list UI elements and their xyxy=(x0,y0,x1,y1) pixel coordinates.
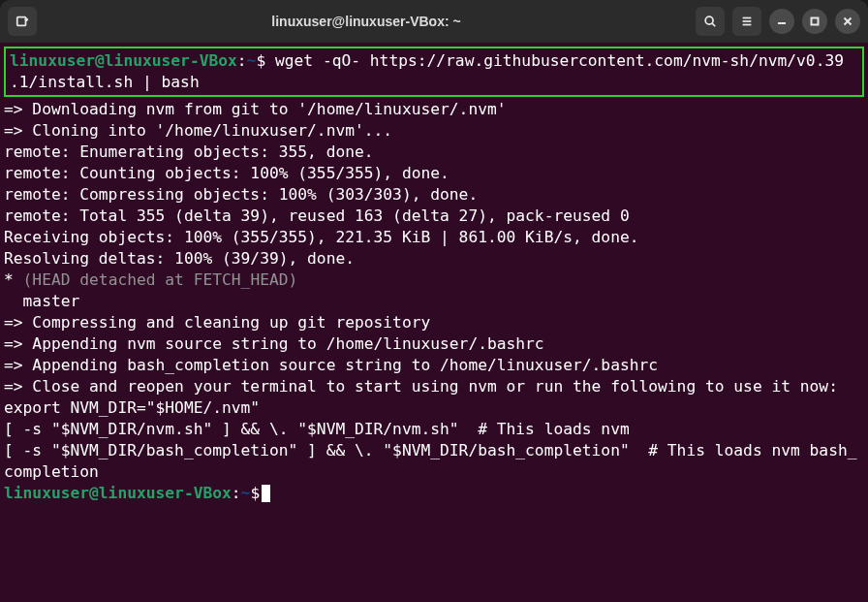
output-line: export NVM_DIR="$HOME/.nvm" xyxy=(4,397,864,419)
output-line: master xyxy=(4,291,864,312)
output-line: remote: Total 355 (delta 39), reused 163… xyxy=(4,206,864,227)
output-line: Receiving objects: 100% (355/355), 221.3… xyxy=(4,227,864,248)
output-line: remote: Enumerating objects: 355, done. xyxy=(4,142,864,163)
window-title: linuxuser@linuxuser-VBox: ~ xyxy=(43,14,690,29)
prompt-path: ~ xyxy=(247,51,257,70)
prompt-sep: : xyxy=(237,51,247,70)
output-line: * (HEAD detached at FETCH_HEAD) xyxy=(4,269,864,291)
prompt-userhost: linuxuser@linuxuser-VBox xyxy=(4,484,232,502)
maximize-button[interactable] xyxy=(802,9,827,34)
command-text-1: wget -qO- https://raw.githubusercontent.… xyxy=(265,51,844,70)
close-button[interactable] xyxy=(835,9,860,34)
output-line: => Downloading nvm from git to '/home/li… xyxy=(4,99,864,120)
command-line-1: linuxuser@linuxuser-VBox:~$ wget -qO- ht… xyxy=(10,50,858,72)
branch-star: * xyxy=(4,270,23,289)
highlighted-command: linuxuser@linuxuser-VBox:~$ wget -qO- ht… xyxy=(4,47,864,97)
output-line: [ -s "$NVM_DIR/nvm.sh" ] && \. "$NVM_DIR… xyxy=(4,419,864,440)
output-line: => Close and reopen your terminal to sta… xyxy=(4,376,864,397)
prompt-dollar: $ xyxy=(250,484,260,502)
output-line: => Appending nvm source string to /home/… xyxy=(4,333,864,355)
prompt-path: ~ xyxy=(241,484,251,502)
output-line: => Compressing and cleaning up git repos… xyxy=(4,312,864,333)
output-line: remote: Counting objects: 100% (355/355)… xyxy=(4,163,864,184)
output-line: remote: Compressing objects: 100% (303/3… xyxy=(4,184,864,206)
search-button[interactable] xyxy=(696,7,725,36)
minimize-button[interactable] xyxy=(769,9,794,34)
command-line-2: .1/install.sh | bash xyxy=(10,72,858,93)
output-line: [ -s "$NVM_DIR/bash_completion" ] && \. … xyxy=(4,440,864,483)
prompt-sep: : xyxy=(232,484,241,502)
output-line: => Appending bash_completion source stri… xyxy=(4,355,864,376)
prompt-line: linuxuser@linuxuser-VBox:~$ xyxy=(4,483,864,504)
menu-button[interactable] xyxy=(732,7,761,36)
output-line: => Cloning into '/home/linuxuser/.nvm'..… xyxy=(4,120,864,142)
output-line: Resolving deltas: 100% (39/39), done. xyxy=(4,248,864,269)
new-tab-button[interactable] xyxy=(8,7,37,36)
svg-line-4 xyxy=(712,23,715,26)
svg-point-3 xyxy=(705,16,713,24)
prompt-dollar: $ xyxy=(256,51,265,70)
titlebar: linuxuser@linuxuser-VBox: ~ xyxy=(0,0,868,43)
terminal-body[interactable]: linuxuser@linuxuser-VBox:~$ wget -qO- ht… xyxy=(0,43,868,602)
svg-rect-0 xyxy=(17,17,26,26)
prompt-userhost: linuxuser@linuxuser-VBox xyxy=(10,51,237,70)
terminal-window: linuxuser@linuxuser-VBox: ~ linuxuser@li… xyxy=(0,0,868,602)
svg-rect-9 xyxy=(812,18,819,25)
head-detached-note: (HEAD detached at FETCH_HEAD) xyxy=(23,270,298,289)
cursor xyxy=(262,485,270,502)
